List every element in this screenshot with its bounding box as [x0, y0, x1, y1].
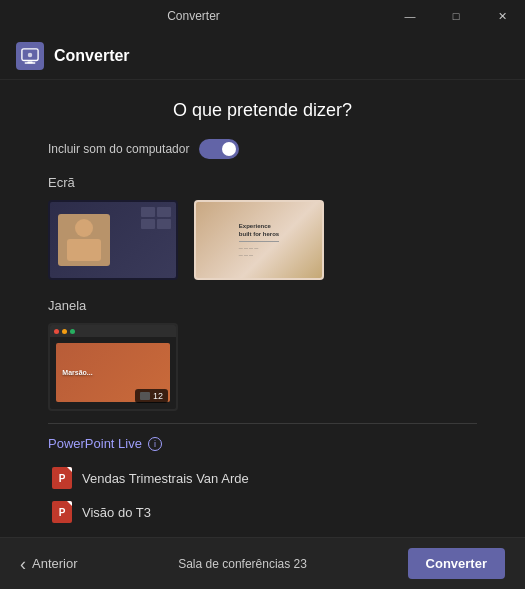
app-icon	[16, 42, 44, 70]
convert-button[interactable]: Converter	[408, 548, 505, 579]
ppt-file-icon-1	[52, 467, 72, 489]
toggle-label: Incluir som do computador	[48, 142, 189, 156]
screen2-thumbnail[interactable]: Experience built for heros — — — — — — —	[194, 200, 324, 280]
small-grid	[141, 207, 171, 229]
include-sound-toggle[interactable]	[199, 139, 239, 159]
more-indicator: —	[48, 529, 477, 537]
screen-section-label: Ecrã	[48, 175, 477, 190]
screen2-sub1: — — — —	[239, 245, 279, 250]
info-symbol: i	[154, 439, 156, 449]
svg-rect-2	[25, 62, 36, 63]
janela-badge-icon	[140, 392, 150, 400]
traffic-light-green	[70, 329, 75, 334]
ppt-file-name-1: Vendas Trimestrais Van Arde	[82, 471, 249, 486]
janela-badge: 12	[135, 389, 168, 403]
ppt-file-item-1[interactable]: Vendas Trimestrais Van Arde	[48, 461, 477, 495]
screen-thumbnails-row: Experience built for heros — — — — — — —	[48, 200, 477, 280]
minimize-button[interactable]: —	[387, 0, 433, 32]
title-bar-controls: — □ ✕	[387, 0, 525, 32]
app-title: Converter	[54, 47, 130, 65]
ppt-info-icon[interactable]: i	[148, 437, 162, 451]
janela-ppt-text: Marsão...	[62, 369, 92, 376]
room-label: Sala de conferências 23	[178, 557, 307, 571]
title-bar-left: Converter	[0, 9, 387, 23]
ppt-section-header: PowerPoint Live i	[48, 436, 477, 451]
screen1-inner	[50, 202, 176, 278]
grid-cell-2	[157, 207, 171, 217]
back-button[interactable]: ‹ Anterior	[20, 555, 78, 573]
screen2-main-line1: Experience	[239, 223, 279, 231]
maximize-button[interactable]: □	[433, 0, 479, 32]
traffic-light-red	[54, 329, 59, 334]
title-bar-title: Converter	[167, 9, 220, 23]
main-content: O que pretende dizer? Incluir som do com…	[0, 80, 525, 537]
janela-badge-count: 12	[153, 391, 163, 401]
close-button[interactable]: ✕	[479, 0, 525, 32]
screen2-bg: Experience built for heros — — — — — — —	[196, 202, 322, 278]
back-chevron-icon: ‹	[20, 555, 26, 573]
janela-thumbnail[interactable]: Marsão... 12	[48, 323, 178, 411]
ppt-file-icon-2	[52, 501, 72, 523]
app-header: Converter	[0, 32, 525, 80]
grid-cell-4	[157, 219, 171, 229]
screen1-thumbnail[interactable]	[48, 200, 178, 280]
grid-cell-3	[141, 219, 155, 229]
janela-toolbar	[50, 325, 176, 337]
monitor-icon	[21, 47, 39, 65]
footer: ‹ Anterior Sala de conferências 23 Conve…	[0, 537, 525, 589]
screen2-main-line2: built for heros	[239, 231, 279, 239]
ppt-section-title: PowerPoint Live	[48, 436, 142, 451]
janela-inner: Marsão... 12	[50, 325, 176, 409]
traffic-light-yellow	[62, 329, 67, 334]
page-heading: O que pretende dizer?	[48, 100, 477, 121]
screen2-sub2: — — —	[239, 252, 279, 257]
grid-cell-1	[141, 207, 155, 217]
screen2-divider	[239, 241, 279, 242]
window-section-label: Janela	[48, 298, 477, 313]
ppt-file-name-2: Visão do T3	[82, 505, 151, 520]
person-head	[75, 219, 93, 237]
person-large	[58, 214, 110, 266]
svg-point-3	[28, 52, 33, 57]
back-label: Anterior	[32, 556, 78, 571]
section-divider	[48, 423, 477, 424]
person-body	[67, 239, 101, 261]
screen2-inner: Experience built for heros — — — — — — —	[196, 202, 322, 278]
toggle-row: Incluir som do computador	[48, 139, 477, 159]
ppt-file-item-2[interactable]: Visão do T3	[48, 495, 477, 529]
screen1-vid-bg	[50, 202, 176, 278]
title-bar: Converter — □ ✕	[0, 0, 525, 32]
screen2-text-block: Experience built for heros — — — — — — —	[233, 217, 285, 264]
